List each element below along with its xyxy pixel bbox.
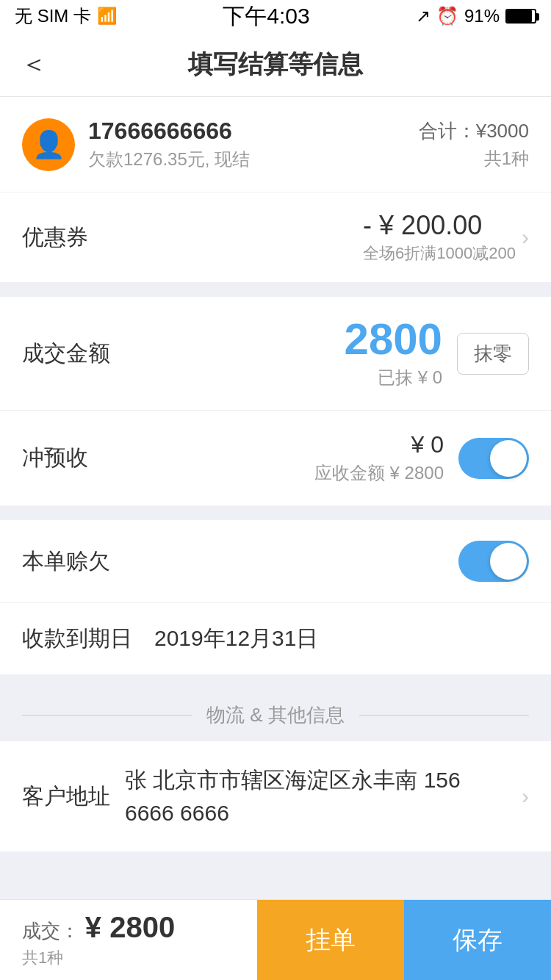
alarm-icon: ⏰ (436, 6, 458, 26)
section-divider-1 (0, 282, 551, 297)
coupon-sub: 全场6折满1000减200 (363, 242, 516, 264)
address-value: 张 北京市市辖区海淀区永丰南 156 6666 6666 (125, 763, 507, 829)
due-date-label: 收款到期日 (22, 624, 132, 654)
avatar: 👤 (22, 118, 75, 171)
no-sim-text: 无 SIM 卡 (15, 4, 91, 28)
pre-collection-label: 冲预收 (22, 443, 88, 473)
page-title: 填写结算等信息 (188, 48, 363, 82)
credit-label: 本单赊欠 (22, 547, 110, 577)
pre-collection-right: ¥ 0 应收金额 ¥ 2800 (314, 431, 529, 485)
coupon-discount: - ¥ 200.00 (363, 210, 516, 241)
user-sub: 欠款1276.35元, 现结 (88, 148, 250, 171)
user-phone: 17666666666 (88, 118, 250, 145)
pre-collection-value: ¥ 0 (314, 431, 444, 458)
footer-summary-label: 成交： (22, 920, 79, 942)
footer-summary: 成交： ¥ 2800 共1种 (0, 911, 257, 969)
toggle-knob (490, 440, 527, 477)
amount-right: 2800 已抹 ¥ 0 抹零 (345, 317, 529, 389)
user-right: 合计：¥3000 共1种 (419, 118, 529, 170)
total-count: 共1种 (419, 147, 529, 170)
user-left: 👤 17666666666 欠款1276.35元, 现结 (22, 118, 250, 171)
battery-icon (505, 9, 536, 24)
battery-text: 91% (464, 6, 500, 26)
save-button[interactable]: 保存 (404, 900, 551, 981)
credit-toggle-knob (490, 543, 527, 580)
address-chevron-icon: › (522, 784, 529, 809)
credit-toggle[interactable] (458, 541, 529, 582)
back-button[interactable]: ＜ (21, 46, 47, 82)
footer-summary-amount: ¥ 2800 (85, 911, 175, 943)
pre-collection-toggle[interactable] (458, 438, 529, 479)
status-time: 下午4:03 (223, 1, 309, 32)
back-icon: ＜ (21, 48, 47, 79)
due-date-row: 收款到期日 2019年12月31日 (0, 602, 551, 674)
amount-value: 2800 (345, 317, 442, 361)
logistics-line-left (22, 715, 192, 716)
amount-sub: 已抹 ¥ 0 (345, 366, 442, 389)
logistics-section-label: 物流 & 其他信息 (206, 702, 345, 728)
coupon-chevron-icon: › (522, 225, 529, 250)
location-icon: ↗ (416, 6, 431, 26)
footer-summary-count: 共1种 (22, 947, 235, 969)
pre-collection-sub: 应收金额 ¥ 2800 (314, 461, 444, 485)
logistics-line-right (359, 715, 529, 716)
nav-bar: ＜ 填写结算等信息 (0, 32, 551, 97)
hold-button[interactable]: 挂单 (257, 900, 404, 981)
coupon-right: - ¥ 200.00 全场6折满1000减200 › (363, 210, 529, 264)
pre-collection-value-wrap: ¥ 0 应收金额 ¥ 2800 (314, 431, 444, 485)
amount-value-wrap: 2800 已抹 ¥ 0 (345, 317, 442, 389)
address-label: 客户地址 (22, 782, 110, 812)
footer: 成交： ¥ 2800 共1种 挂单 保存 (0, 899, 551, 980)
status-left: 无 SIM 卡 📶 (15, 4, 117, 28)
wifi-icon: 📶 (97, 7, 117, 26)
user-details: 17666666666 欠款1276.35元, 现结 (88, 118, 250, 171)
total-label: 合计：¥3000 (419, 118, 529, 144)
section-divider-2 (0, 505, 551, 520)
coupon-label: 优惠券 (22, 223, 88, 253)
status-bar: 无 SIM 卡 📶 下午4:03 ↗ ⏰ 91% (0, 0, 551, 32)
status-right: ↗ ⏰ 91% (416, 6, 536, 26)
due-date-value: 2019年12月31日 (154, 624, 318, 654)
user-info-row: 👤 17666666666 欠款1276.35元, 现结 合计：¥3000 共1… (22, 118, 529, 171)
round-zero-button[interactable]: 抹零 (457, 333, 529, 375)
credit-row: 本单赊欠 (0, 520, 551, 602)
pre-collection-row: 冲预收 ¥ 0 应收金额 ¥ 2800 (0, 410, 551, 505)
section-divider-3 (0, 674, 551, 689)
amount-label: 成交金额 (22, 339, 110, 369)
user-info-card: 👤 17666666666 欠款1276.35元, 现结 合计：¥3000 共1… (0, 97, 551, 192)
total-value-inline: ¥3000 (476, 120, 529, 142)
amount-row: 成交金额 2800 已抹 ¥ 0 抹零 (0, 297, 551, 410)
coupon-row[interactable]: 优惠券 - ¥ 200.00 全场6折满1000减200 › (0, 192, 551, 282)
logistics-header: 物流 & 其他信息 (0, 689, 551, 741)
coupon-value-wrap: - ¥ 200.00 全场6折满1000减200 (363, 210, 516, 264)
address-row[interactable]: 客户地址 张 北京市市辖区海淀区永丰南 156 6666 6666 › (0, 741, 551, 851)
footer-summary-row: 成交： ¥ 2800 (22, 911, 235, 944)
